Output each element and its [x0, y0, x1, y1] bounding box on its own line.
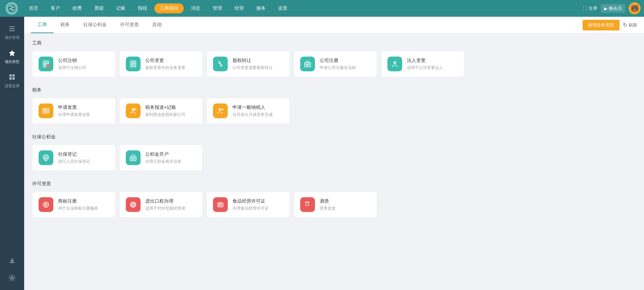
new-type-button[interactable]: 新增业务类型: [583, 20, 620, 30]
svg-marker-4: [9, 50, 15, 56]
card-icon-company-cancel: [39, 57, 53, 71]
sidebar-item-project-type[interactable]: 项目类型: [0, 44, 24, 68]
card-info-apply-invoice: 申请发票 办理申请发票业务: [58, 104, 109, 118]
card-icon-social-register: [39, 150, 53, 165]
scroll-content[interactable]: 工商 公司注销 适用于注销公: [24, 33, 644, 290]
card-icon-company-register: [300, 57, 315, 71]
svg-rect-30: [305, 202, 307, 203]
tab-business[interactable]: 工商: [31, 17, 54, 33]
sidebar-label-progress: 进度监测: [5, 83, 19, 88]
card-company-change[interactable]: 公司变更 股权变更外的业务变更: [119, 51, 203, 77]
section-title-tax: 税务: [32, 87, 636, 93]
card-desc-company-register: 申请公司注册全流程: [320, 65, 371, 71]
svg-rect-18: [43, 108, 49, 113]
card-tax-accounting[interactable]: 税务报道+记账 拿到营业执照的新公司: [119, 98, 203, 124]
nav-tax-report[interactable]: 报税: [132, 3, 153, 13]
card-alcohol[interactable]: 酒类 零售批发: [294, 192, 377, 218]
card-desc-company-change: 股权变更外的业务变更: [145, 65, 196, 71]
card-general-taxpayer[interactable]: 申请一般纳税人 当月或次月成变更完成: [207, 98, 290, 124]
refresh-icon: ↻: [623, 22, 627, 28]
card-provident-fund[interactable]: 公积金开户 办理公积金相关业务: [119, 145, 203, 171]
logo[interactable]: [3, 0, 20, 17]
card-icon-trademark: ®: [39, 197, 53, 212]
sidebar-label-project-type: 项目类型: [5, 59, 19, 64]
card-desc-tax-accounting: 拿到营业执照的新公司: [145, 112, 196, 118]
tab-license[interactable]: 许可资质: [113, 17, 146, 33]
logo-icon: [6, 2, 18, 14]
refresh-label: 刷新: [629, 22, 637, 28]
nav-operation[interactable]: 经营: [229, 3, 249, 13]
svg-rect-8: [12, 77, 15, 80]
card-name-provident-fund: 公积金开户: [145, 151, 196, 157]
card-name-social-register: 社保登记: [58, 151, 109, 157]
svg-point-0: [7, 4, 16, 13]
fullscreen-label: 全屏: [589, 5, 597, 11]
nav-manage[interactable]: 管理: [207, 3, 227, 13]
svg-point-14: [220, 65, 222, 67]
tab-tax[interactable]: 税务: [54, 17, 76, 33]
card-name-company-register: 公司注册: [320, 58, 371, 64]
svg-point-22: [221, 108, 224, 111]
nav-message[interactable]: 消息: [185, 3, 206, 13]
list-icon: [7, 24, 17, 33]
card-apply-invoice[interactable]: 申请发票 办理申请发票业务: [32, 98, 115, 124]
section-title-social-insurance: 社保公积金: [32, 134, 636, 140]
sidebar-item-project-manage[interactable]: 项目管理: [0, 20, 24, 44]
card-legal-person-change[interactable]: 法人变更 适用于公司变更法人: [381, 51, 464, 77]
card-info-provident-fund: 公积金开户 办理公积金相关业务: [145, 151, 196, 164]
card-icon-company-change: [126, 57, 141, 71]
card-company-register[interactable]: 公司注册 申请公司注册全流程: [294, 51, 377, 77]
card-food-license[interactable]: 食品经营许可证 办理食品经营许可证: [207, 192, 290, 218]
tab-other[interactable]: 其他: [146, 17, 168, 33]
nav-fees[interactable]: 收费: [67, 3, 87, 13]
svg-rect-1: [9, 26, 15, 27]
star-icon: [7, 48, 17, 58]
cards-grid-social-insurance: 社保登记 进行人员社保登记: [32, 145, 636, 171]
svg-rect-6: [12, 74, 15, 77]
nav-accounting[interactable]: 记账: [111, 3, 131, 13]
fullscreen-button[interactable]: ⛶ 全屏: [583, 5, 597, 11]
card-icon-apply-invoice: [39, 103, 53, 118]
nav-customer[interactable]: 客户: [45, 3, 65, 13]
grid-icon: [7, 72, 17, 82]
card-name-general-taxpayer: 申请一般纳税人: [232, 104, 283, 111]
svg-point-17: [393, 61, 396, 64]
sidebar-item-progress[interactable]: 进度监测: [0, 68, 24, 92]
mascot-icon[interactable]: 🐻: [629, 2, 641, 14]
svg-point-24: [132, 158, 134, 159]
card-name-tax-accounting: 税务报道+记账: [145, 104, 196, 111]
download-icon: [7, 256, 17, 265]
main-layout: 项目管理 项目类型 进度监测: [0, 17, 644, 290]
vip-button[interactable]: ▶ 畅会员: [601, 4, 625, 13]
card-desc-food-license: 办理食品经营许可证: [232, 206, 283, 211]
sidebar-settings[interactable]: [0, 269, 24, 287]
tab-social-insurance[interactable]: 社保公积金: [76, 17, 113, 33]
nav-settings[interactable]: 设置: [273, 3, 293, 13]
svg-rect-7: [9, 77, 12, 80]
nav-business[interactable]: 工商项目: [154, 3, 184, 13]
section-title-business: 工商: [32, 40, 636, 46]
refresh-button[interactable]: ↻ 刷新: [623, 22, 637, 28]
card-desc-apply-invoice: 办理申请发票业务: [58, 112, 109, 118]
sidebar-label-project-manage: 项目管理: [5, 35, 19, 40]
card-trademark[interactable]: ® 商标注册 用于企业商标注册服务: [32, 192, 115, 218]
card-import-export[interactable]: 进出口权办理 适用于对外贸易经营者: [119, 192, 203, 218]
card-desc-import-export: 适用于对外贸易经营者: [145, 206, 196, 211]
card-company-cancel[interactable]: 公司注销 适用于注销公司: [32, 51, 115, 77]
tab-actions: 新增业务类型 ↻ 刷新: [583, 20, 637, 30]
sidebar-download[interactable]: [0, 252, 24, 269]
svg-rect-32: [305, 204, 307, 206]
nav-bills[interactable]: 票据: [89, 3, 109, 13]
card-social-register[interactable]: 社保登记 进行人员社保登记: [32, 145, 115, 171]
card-icon-equity-transfer: [213, 57, 228, 71]
card-desc-legal-person-change: 适用于公司变更法人: [407, 65, 458, 71]
nav-service[interactable]: 服务: [251, 3, 271, 13]
card-name-alcohol: 酒类: [320, 198, 371, 204]
card-info-alcohol: 酒类 零售批发: [320, 198, 371, 211]
card-info-import-export: 进出口权办理 适用于对外贸易经营者: [145, 198, 196, 211]
card-name-apply-invoice: 申请发票: [58, 104, 109, 111]
nav-home[interactable]: 首页: [23, 3, 44, 13]
card-desc-equity-transfer: 公司变更需要股权转让: [232, 65, 283, 71]
card-equity-transfer[interactable]: 股权转让 公司变更需要股权转让: [207, 51, 290, 77]
section-business: 工商 公司注销 适用于注销公: [32, 40, 636, 77]
